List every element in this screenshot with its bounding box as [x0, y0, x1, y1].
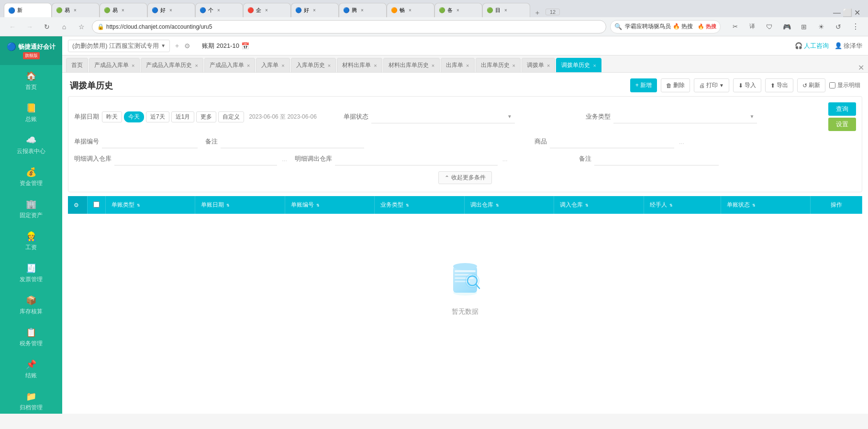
biz-type-select[interactable]: ▼	[613, 110, 757, 123]
th-out-warehouse[interactable]: 调出仓库 ⇅	[464, 196, 554, 214]
collapse-button[interactable]: ⌃ 收起更多条件	[438, 171, 492, 184]
delete-button[interactable]: 🗑 删除	[661, 78, 690, 92]
select-all-checkbox[interactable]	[93, 201, 100, 208]
close-tab-product-inbound[interactable]: ×	[132, 63, 134, 68]
tab-inbound[interactable]: 入库单 ×	[256, 58, 289, 72]
sidebar-item-home[interactable]: 🏠 首页	[0, 65, 62, 97]
th-biz-type[interactable]: 业务类型 ⇅	[375, 196, 465, 214]
th-in-warehouse[interactable]: 调入仓库 ⇅	[554, 196, 644, 214]
display-detail-input[interactable]	[829, 82, 835, 88]
th-doc-type[interactable]: 单账类型 ⇅	[105, 196, 195, 214]
home-button[interactable]: ⌂	[57, 20, 71, 33]
browser-tab-2[interactable]: 🟢 易 ×	[52, 3, 100, 17]
close-tab-10[interactable]: ×	[455, 7, 461, 14]
browser-tab-10[interactable]: 🟢 各 ×	[434, 3, 482, 17]
close-tab-7[interactable]: ×	[311, 7, 318, 14]
tab-home[interactable]: 首页	[66, 58, 88, 72]
close-tab-product-inbound-hist[interactable]: ×	[195, 63, 198, 68]
search-bar[interactable]: 🔍 学霸应聘场驱鸟员 🔥 热搜 🔥 热搜	[610, 20, 721, 33]
user-button[interactable]: 👤 徐泽华	[835, 42, 862, 50]
browser-tab-6[interactable]: 🔴 企 ×	[243, 3, 291, 17]
browser-tab-4[interactable]: 🔵 好 ×	[147, 3, 195, 17]
brightness-button[interactable]: ☀	[814, 20, 828, 33]
th-checkbox[interactable]	[87, 196, 105, 214]
close-tab-product-inbound2[interactable]: ×	[247, 63, 250, 68]
tab-transfer[interactable]: 调拨单 ×	[522, 58, 555, 72]
settings-gear-icon[interactable]: ⚙	[184, 42, 190, 50]
menu-button[interactable]: ⋮	[849, 20, 862, 33]
detail-out-input[interactable]	[335, 152, 498, 165]
sidebar-item-wages[interactable]: 👷 工资	[0, 225, 62, 257]
sidebar-item-ledger[interactable]: 📒 总账	[0, 97, 62, 129]
import-button[interactable]: ⬇ 导入	[733, 78, 761, 92]
close-tab-material-out-hist[interactable]: ×	[432, 63, 434, 68]
goods-input[interactable]	[550, 135, 674, 148]
close-tab-transfer-hist[interactable]: ×	[593, 63, 596, 68]
detail-remark-input[interactable]	[594, 152, 719, 165]
sidebar-item-assets[interactable]: 🏢 固定资产	[0, 193, 62, 225]
th-gear[interactable]: ⚙	[68, 196, 87, 214]
close-tab-4[interactable]: ×	[167, 7, 174, 14]
sidebar-item-finance[interactable]: 💰 资金管理	[0, 161, 62, 193]
doc-num-input[interactable]	[102, 135, 198, 148]
close-tab-8[interactable]: ×	[359, 7, 366, 14]
close-tab-outbound-hist[interactable]: ×	[512, 63, 515, 68]
close-all-tabs-button[interactable]: ✕	[854, 63, 868, 72]
refresh-button[interactable]: ↺ 刷新	[797, 78, 825, 92]
detail-in-more-icon[interactable]: ...	[282, 155, 287, 163]
close-window-button[interactable]: ✕	[854, 8, 860, 17]
filter-settings-button[interactable]: 设置	[828, 118, 856, 131]
remark-input[interactable]	[221, 135, 364, 148]
display-detail-checkbox[interactable]: 显示明细	[829, 81, 860, 89]
close-tab-material-out[interactable]: ×	[374, 63, 377, 68]
close-tab-3[interactable]: ×	[120, 7, 126, 14]
add-company-button[interactable]: ＋	[174, 42, 180, 50]
status-select[interactable]: ▼	[371, 110, 515, 123]
close-tab-11[interactable]: ×	[502, 7, 509, 14]
th-doc-num[interactable]: 单账编号 ⇅	[285, 196, 375, 214]
shield-button[interactable]: 🛡	[763, 20, 776, 33]
today-btn[interactable]: 今天	[124, 111, 144, 122]
th-handler[interactable]: 经手人 ⇅	[644, 196, 721, 214]
tab-product-inbound[interactable]: 产成品入库单 ×	[89, 58, 140, 72]
close-tab-inbound-hist[interactable]: ×	[328, 63, 331, 68]
th-doc-status[interactable]: 单账状态 ⇅	[721, 196, 811, 214]
browser-tab-3[interactable]: 🟢 易 ×	[100, 3, 147, 17]
tab-product-inbound-hist[interactable]: 产成品入库单历史 ×	[141, 58, 203, 72]
print-button[interactable]: 🖨 打印 ▼	[694, 78, 729, 92]
sidebar-item-reports[interactable]: ☁️ 云报表中心	[0, 129, 62, 161]
column-settings-icon[interactable]: ⚙	[74, 202, 79, 209]
close-tab-outbound[interactable]: ×	[466, 63, 469, 68]
grid-button[interactable]: ⊞	[797, 20, 811, 33]
tab-transfer-hist[interactable]: 调拨单历史 ×	[556, 58, 601, 72]
tab-material-out-hist[interactable]: 材料出库单历史 ×	[383, 58, 440, 72]
detail-out-more-icon[interactable]: ...	[502, 155, 508, 163]
bookmark-button[interactable]: ☆	[75, 20, 88, 33]
tab-product-inbound2[interactable]: 产成品入库单 ×	[204, 58, 255, 72]
export-button[interactable]: ⬆ 导出	[765, 78, 793, 92]
close-tab-5[interactable]: ×	[215, 7, 222, 14]
close-tab-transfer[interactable]: ×	[547, 63, 550, 68]
browser-tab-1[interactable]: 🔵 新	[4, 3, 52, 17]
translate-button[interactable]: 译	[746, 20, 759, 33]
reload-button[interactable]: ↻	[40, 20, 54, 33]
new-button[interactable]: + 新增	[630, 78, 657, 92]
tab-outbound-hist[interactable]: 出库单历史 ×	[476, 58, 521, 72]
1month-btn[interactable]: 近1月	[171, 111, 195, 122]
detail-in-input[interactable]	[114, 152, 277, 165]
yesterday-btn[interactable]: 昨天	[102, 111, 122, 122]
query-button[interactable]: 查询	[828, 102, 856, 116]
close-tab-2[interactable]: ×	[72, 7, 78, 14]
close-tab-6[interactable]: ×	[263, 7, 270, 14]
close-tab-9[interactable]: ×	[407, 7, 413, 14]
sidebar-item-inventory[interactable]: 📦 库存核算	[0, 289, 62, 321]
custom-btn[interactable]: 自定义	[218, 111, 244, 122]
sidebar-item-archive[interactable]: 📁 归档管理	[0, 385, 62, 414]
browser-tab-7[interactable]: 🔵 好 ×	[291, 3, 339, 17]
tab-inbound-hist[interactable]: 入库单历史 ×	[291, 58, 336, 72]
new-tab-button[interactable]: ＋	[530, 9, 545, 17]
7days-btn[interactable]: 近7天	[146, 111, 169, 122]
tab-outbound[interactable]: 出库单 ×	[441, 58, 474, 72]
sidebar-item-invoice[interactable]: 🧾 发票管理	[0, 257, 62, 289]
back-button[interactable]: ←	[6, 20, 19, 33]
